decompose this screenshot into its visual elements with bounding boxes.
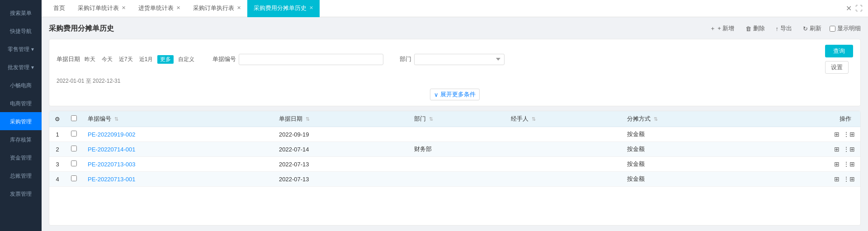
refresh-button[interactable]: ↻ 刷新 bbox=[800, 23, 824, 34]
row-2-doc-link[interactable]: PE-20220714-001 bbox=[88, 146, 136, 153]
shortcut-yesterday[interactable]: 昨天 bbox=[83, 55, 97, 64]
row-3-date: 2022-07-13 bbox=[274, 157, 409, 172]
row-4-more-icon[interactable]: ⋮⊞ bbox=[843, 175, 855, 183]
sidebar-item-purchase[interactable]: 采购管理 bbox=[0, 112, 42, 130]
filter-row-date-range: 2022-01-01 至 2022-12-31 bbox=[57, 77, 853, 85]
tab-purchase-cost-history[interactable]: 采购费用分摊单历史 ✕ bbox=[247, 0, 320, 17]
row-4-doc-link[interactable]: PE-20220713-001 bbox=[88, 176, 136, 183]
row-4-handler bbox=[505, 172, 622, 187]
shortcut-custom[interactable]: 自定义 bbox=[176, 55, 196, 64]
tab-bar: 首页 采购订单统计表 ✕ 进货单统计表 ✕ 采购订单执行表 ✕ 采购费用分摊单历… bbox=[42, 0, 868, 17]
tab-close-purchase-cost-history[interactable]: ✕ bbox=[309, 5, 313, 11]
row-1-handler bbox=[505, 127, 622, 142]
row-3-doc-link[interactable]: PE-20220713-003 bbox=[88, 161, 136, 168]
row-3-dept bbox=[409, 157, 505, 172]
sidebar-item-quicknav[interactable]: 快捷导航 bbox=[0, 22, 42, 40]
row-1-date: 2022-09-19 bbox=[274, 127, 409, 142]
col-drag: ⚙ bbox=[49, 111, 66, 127]
table-row: 1 PE-20220919-002 2022-09-19 按金额 bbox=[49, 127, 860, 142]
dept-select[interactable]: 财务部 bbox=[414, 54, 505, 65]
row-1-actions: ⊞ ⋮⊞ bbox=[757, 127, 860, 142]
sidebar-item-search[interactable]: 搜索菜单 bbox=[0, 4, 42, 22]
row-2-edit-icon[interactable]: ⊞ bbox=[834, 146, 840, 153]
tab-stock-stats[interactable]: 进货单统计表 ✕ bbox=[132, 0, 187, 17]
sidebar-item-ecom[interactable]: 电商管理 bbox=[0, 94, 42, 112]
maximize-icon[interactable]: ⛶ bbox=[855, 5, 863, 13]
sidebar-item-wholesale[interactable]: 批发管理 ▾ bbox=[0, 58, 42, 76]
row-1-num: 1 bbox=[49, 127, 66, 142]
settings-icon[interactable]: ⚙ bbox=[55, 116, 60, 123]
row-3-checkbox[interactable] bbox=[71, 160, 77, 166]
show-columns-checkbox[interactable]: 显示明细 bbox=[830, 24, 861, 33]
col-doc-no: 单据编号 ⇅ bbox=[82, 111, 274, 127]
row-4-doc-no: PE-20220713-001 bbox=[82, 172, 274, 187]
data-table-container: ⚙ 单据编号 ⇅ 单据日期 ⇅ bbox=[49, 111, 861, 226]
row-2-doc-no: PE-20220714-001 bbox=[82, 142, 274, 157]
query-actions: 查询 设置 bbox=[825, 45, 853, 74]
shortcut-1month[interactable]: 近1月 bbox=[137, 55, 155, 64]
row-4-num: 4 bbox=[49, 172, 66, 187]
query-button[interactable]: 查询 bbox=[825, 45, 853, 57]
tab-close-stock-stats[interactable]: ✕ bbox=[176, 5, 180, 11]
filter-doc-no: 单据编号 bbox=[212, 54, 383, 65]
row-2-checkbox[interactable] bbox=[71, 146, 77, 151]
row-2-more-icon[interactable]: ⋮⊞ bbox=[843, 146, 855, 153]
shortcut-more[interactable]: 更多 bbox=[157, 55, 174, 64]
show-columns-input[interactable] bbox=[830, 26, 835, 32]
close-window-icon[interactable]: ✕ bbox=[846, 4, 852, 13]
row-4-actions: ⊞ ⋮⊞ bbox=[757, 172, 860, 187]
chevron-down-icon: ∨ bbox=[434, 91, 439, 98]
row-3-num: 3 bbox=[49, 157, 66, 172]
export-button[interactable]: ↑ 导出 bbox=[773, 23, 795, 34]
dept-label: 部门 bbox=[400, 55, 411, 63]
row-1-more-icon[interactable]: ⋮⊞ bbox=[843, 131, 855, 138]
sidebar-item-ecom-small[interactable]: 小畅电商 bbox=[0, 76, 42, 94]
row-1-doc-link[interactable]: PE-20220919-002 bbox=[88, 131, 136, 138]
col-handler: 经手人 ⇅ bbox=[505, 111, 622, 127]
settings-button[interactable]: 设置 bbox=[825, 61, 849, 74]
table-scroll: ⚙ 单据编号 ⇅ 单据日期 ⇅ bbox=[49, 111, 860, 187]
sort-handler-icon[interactable]: ⇅ bbox=[532, 116, 536, 122]
row-1-method: 按金额 bbox=[622, 127, 757, 142]
delete-icon: 🗑 bbox=[745, 25, 751, 32]
row-3-actions: ⊞ ⋮⊞ bbox=[757, 157, 860, 172]
row-3-doc-no: PE-20220713-003 bbox=[82, 157, 274, 172]
sidebar-item-invoice[interactable]: 发票管理 bbox=[0, 184, 42, 203]
date-label: 单据日期 bbox=[57, 55, 80, 63]
row-1-edit-icon[interactable]: ⊞ bbox=[834, 131, 840, 138]
sort-dept-icon[interactable]: ⇅ bbox=[429, 116, 433, 122]
sidebar-item-retail[interactable]: 零售管理 ▾ bbox=[0, 40, 42, 58]
select-all-checkbox[interactable] bbox=[71, 115, 77, 121]
main-content: 首页 采购订单统计表 ✕ 进货单统计表 ✕ 采购订单执行表 ✕ 采购费用分摊单历… bbox=[42, 0, 868, 231]
export-icon: ↑ bbox=[776, 25, 779, 32]
row-3-more-icon[interactable]: ⋮⊞ bbox=[843, 160, 855, 168]
sidebar-item-finance[interactable]: 资金管理 bbox=[0, 148, 42, 166]
sort-date-icon[interactable]: ⇅ bbox=[306, 116, 310, 122]
row-2-date: 2022-07-14 bbox=[274, 142, 409, 157]
doc-no-label: 单据编号 bbox=[212, 55, 236, 63]
row-2-actions: ⊞ ⋮⊞ bbox=[757, 142, 860, 157]
add-button[interactable]: ＋ + 新增 bbox=[707, 23, 737, 34]
row-4-checkbox[interactable] bbox=[71, 175, 77, 181]
row-4-method: 按金额 bbox=[622, 172, 757, 187]
row-1-checkbox[interactable] bbox=[71, 131, 77, 137]
tab-purchase-order-stats[interactable]: 采购订单统计表 ✕ bbox=[71, 0, 132, 17]
tab-purchase-exec[interactable]: 采购订单执行表 ✕ bbox=[187, 0, 247, 17]
sidebar-item-inventory[interactable]: 库存核算 bbox=[0, 130, 42, 148]
doc-no-input[interactable] bbox=[239, 54, 383, 65]
sort-method-icon[interactable]: ⇅ bbox=[654, 116, 658, 122]
shortcut-7days[interactable]: 近7天 bbox=[117, 55, 135, 64]
expand-more-button[interactable]: ∨ 展开更多条件 bbox=[430, 89, 480, 100]
filter-date: 单据日期 昨天 今天 近7天 近1月 更多 自定义 bbox=[57, 55, 196, 64]
row-3-edit-icon[interactable]: ⊞ bbox=[834, 160, 840, 168]
row-2-method: 按金额 bbox=[622, 142, 757, 157]
row-4-edit-icon[interactable]: ⊞ bbox=[834, 175, 840, 183]
sidebar-item-ledger[interactable]: 总账管理 bbox=[0, 166, 42, 184]
sort-doc-no-icon[interactable]: ⇅ bbox=[114, 116, 118, 122]
row-2-handler bbox=[505, 142, 622, 157]
shortcut-today[interactable]: 今天 bbox=[100, 55, 114, 64]
tab-close-purchase-exec[interactable]: ✕ bbox=[237, 5, 241, 11]
tab-home[interactable]: 首页 bbox=[47, 0, 71, 17]
tab-close-purchase-order-stats[interactable]: ✕ bbox=[122, 5, 126, 11]
delete-button[interactable]: 🗑 删除 bbox=[743, 23, 768, 34]
